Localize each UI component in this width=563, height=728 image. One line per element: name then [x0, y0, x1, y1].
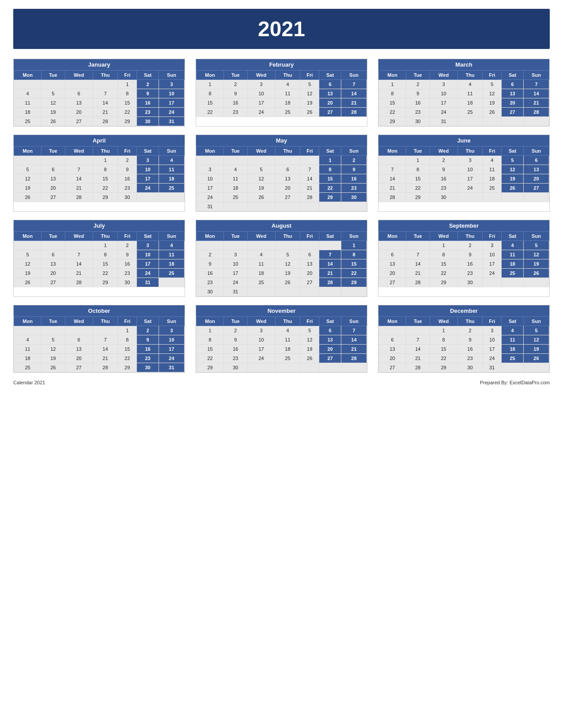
calendar-day: 3: [483, 326, 502, 335]
calendar-day: 16: [224, 345, 247, 354]
calendar-day: [319, 287, 341, 296]
calendar-day: [275, 287, 300, 296]
month-table: MonTueWedThuFriSatSun1234567891011121314…: [378, 231, 549, 287]
calendar-day: 13: [42, 259, 65, 269]
calendar-day: [14, 156, 42, 165]
calendar-day: 13: [300, 259, 319, 269]
table-row: 21222324252627: [379, 184, 549, 193]
calendar-day: 20: [65, 108, 93, 117]
calendar-day: 3: [457, 156, 483, 165]
calendar-day: 26: [42, 363, 65, 372]
footer: Calendar 2021 Prepared By: ExcelDataPro.…: [13, 380, 550, 385]
calendar-day: [275, 363, 300, 372]
calendar-day: 20: [523, 174, 549, 184]
calendar-day: 17: [457, 174, 483, 184]
calendar-day: 20: [42, 184, 65, 193]
calendar-day: 5: [502, 156, 524, 165]
calendar-day: 16: [457, 259, 483, 269]
calendar-day: 3: [430, 80, 457, 89]
calendar-day: 22: [196, 108, 224, 117]
day-header-mon: Mon: [379, 317, 406, 326]
day-header-thu: Thu: [275, 71, 300, 80]
day-header-tue: Tue: [406, 317, 430, 326]
calendar-day: [319, 202, 341, 211]
calendar-day: 19: [523, 345, 549, 354]
calendar-day: 8: [196, 89, 224, 98]
calendar-day: [275, 156, 300, 165]
calendar-day: [341, 287, 367, 296]
calendar-day: 4: [275, 326, 300, 335]
calendar-day: 5: [275, 250, 300, 259]
calendar-day: 15: [196, 98, 224, 108]
calendar-day: 7: [93, 335, 118, 345]
calendar-day: 5: [523, 326, 549, 335]
calendar-day: 17: [430, 98, 457, 108]
calendar-day: 8: [319, 165, 341, 174]
month-title: June: [378, 135, 549, 146]
calendar-day: 25: [224, 193, 247, 202]
table-row: 293031: [379, 117, 549, 126]
day-header-sun: Sun: [523, 317, 549, 326]
calendar-day: 14: [65, 174, 93, 184]
calendar-day: 2: [224, 80, 247, 89]
calendar-day: 15: [379, 98, 406, 108]
calendar-day: 10: [159, 89, 184, 98]
calendar-day: 7: [300, 165, 319, 174]
day-header-sun: Sun: [341, 71, 367, 80]
calendar-day: [300, 202, 319, 211]
calendar-day: 30: [341, 193, 367, 202]
calendar-day: 27: [523, 184, 549, 193]
calendar-day: 2: [196, 250, 224, 259]
calendar-day: 29: [406, 193, 430, 202]
calendar-day: 14: [406, 259, 430, 269]
calendar-day: 14: [300, 174, 319, 184]
month-block-december: DecemberMonTueWedThuFriSatSun12345678910…: [378, 305, 550, 373]
calendar-day: 23: [118, 184, 137, 193]
day-header-thu: Thu: [457, 317, 483, 326]
calendar-day: 19: [42, 354, 65, 363]
table-row: 45678910: [14, 89, 185, 98]
calendar-day: 10: [247, 89, 275, 98]
table-row: 27282930: [379, 278, 549, 287]
day-header-tue: Tue: [42, 71, 65, 80]
calendar-day: 29: [319, 193, 341, 202]
calendar-day: 20: [502, 98, 524, 108]
calendar-day: 21: [406, 269, 430, 278]
day-header-fri: Fri: [300, 146, 319, 156]
calendar-day: 15: [93, 174, 118, 184]
calendar-day: 8: [406, 165, 430, 174]
day-header-sun: Sun: [159, 317, 184, 326]
calendar-day: 3: [247, 326, 275, 335]
calendar-day: [196, 241, 224, 250]
calendar-day: 10: [137, 250, 159, 259]
day-header-sat: Sat: [502, 232, 524, 241]
calendar-day: [300, 241, 319, 250]
table-row: 12131415161718: [14, 174, 185, 184]
day-header-mon: Mon: [196, 71, 224, 80]
calendar-day: 3: [137, 156, 159, 165]
calendar-day: 28: [93, 363, 118, 372]
calendar-day: 28: [523, 108, 549, 117]
day-header-mon: Mon: [14, 146, 42, 156]
calendar-day: [42, 156, 65, 165]
calendar-day: 21: [406, 354, 430, 363]
month-table: MonTueWedThuFriSatSun1234567891011121314…: [196, 316, 367, 372]
calendar-day: 28: [406, 278, 430, 287]
table-row: 45678910: [14, 335, 185, 345]
day-header-tue: Tue: [42, 232, 65, 241]
calendar-day: 29: [341, 278, 367, 287]
calendar-day: 2: [406, 80, 430, 89]
calendar-day: 1: [93, 241, 118, 250]
calendar-day: 4: [14, 335, 42, 345]
calendar-day: [159, 278, 184, 287]
calendar-day: 18: [14, 108, 42, 117]
calendar-day: 2: [457, 326, 483, 335]
day-header-sun: Sun: [341, 317, 367, 326]
table-row: 2627282930: [14, 193, 185, 202]
day-header-sun: Sun: [523, 232, 549, 241]
calendar-day: 4: [159, 241, 184, 250]
calendar-day: 20: [65, 354, 93, 363]
calendar-day: 17: [137, 174, 159, 184]
calendar-day: 19: [300, 345, 319, 354]
calendar-day: 18: [247, 269, 275, 278]
